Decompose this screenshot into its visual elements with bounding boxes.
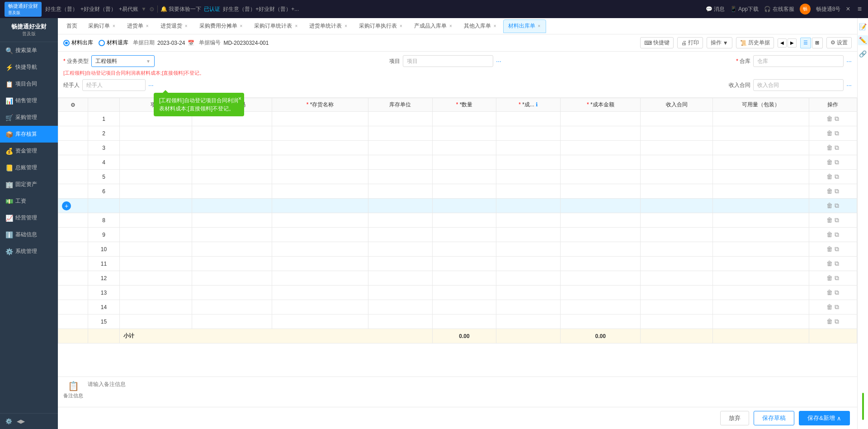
tab-home[interactable]: 首页 [61, 19, 82, 33]
row-qty-1[interactable] [432, 112, 496, 126]
online-service-btn[interactable]: 🎧 在线客服 [764, 5, 794, 13]
row-avail-2[interactable] [712, 126, 809, 141]
tab-close-purchase-stat[interactable]: × [294, 23, 298, 29]
tab-other-inbound[interactable]: 其他入库单 × [459, 19, 502, 33]
window-close-btn[interactable]: × [844, 5, 852, 13]
sidebar-item-operations[interactable]: 📈 经营管理 [0, 210, 58, 226]
message-btn[interactable]: 💬 消息 [706, 5, 725, 13]
sidebar-item-sales[interactable]: 📊 销售管理 [0, 92, 58, 109]
row-name-1[interactable] [272, 112, 368, 126]
row-contract-2[interactable] [641, 126, 713, 141]
tooltip-close-btn[interactable]: × [238, 95, 241, 103]
history-btn[interactable]: 📜 历史单据 [736, 37, 774, 48]
delete-icon-1[interactable]: 🗑 [826, 115, 833, 123]
nav-settings-icon[interactable]: ⚙ [149, 6, 155, 13]
row-cost-2[interactable] [496, 126, 561, 141]
project-input[interactable]: 项目 [403, 55, 493, 67]
prev-btn[interactable]: ◀ [778, 38, 787, 48]
tab-close-inbound-stat[interactable]: × [344, 23, 348, 29]
calendar-icon[interactable]: 📅 [188, 40, 194, 46]
warehouse-input[interactable]: 仓库 [753, 55, 844, 67]
business-type-input[interactable]: 工程领料 ▼ [91, 55, 155, 67]
warehouse-search-icon[interactable]: ··· [846, 57, 852, 65]
list-view-btn[interactable]: ☰ [800, 38, 811, 48]
next-btn[interactable]: ▶ [788, 38, 797, 48]
sidebar-item-fixed-assets[interactable]: 🏢 固定资产 [0, 176, 58, 193]
tab-inbound-stat[interactable]: 进货单统计表 × [304, 19, 353, 33]
avatar[interactable]: 畅 [800, 4, 811, 14]
shortcut-key-btn[interactable]: ⌨ 快捷键 [640, 37, 674, 48]
save-draft-btn[interactable]: 保存草稿 [754, 411, 794, 425]
sidebar-item-search[interactable]: 🔍 搜索菜单 [0, 42, 58, 59]
add-row-btn[interactable]: + [62, 201, 71, 210]
tab-purchase-stat[interactable]: 采购订单统计表 × [249, 19, 303, 33]
sidebar-item-funds[interactable]: 💰 资金管理 [0, 143, 58, 159]
sidebar-collapse-btn[interactable]: ◀▶ [17, 418, 25, 424]
date-value[interactable]: 2023-03-24 [157, 40, 185, 46]
tab-close-inbound[interactable]: × [145, 23, 150, 29]
more-links[interactable]: 好生意（普）+好业财（普）+... [223, 5, 299, 13]
row-unit-2[interactable] [368, 126, 432, 141]
discard-btn[interactable]: 放弃 [720, 411, 749, 425]
tab-close-material-outbound[interactable]: × [537, 23, 542, 29]
tab-finished-goods[interactable]: 产成品入库单 × [409, 19, 458, 33]
nav-link-good-biz[interactable]: 好生意（普） [45, 5, 78, 13]
settings-btn[interactable]: ⚙ 设置 [826, 37, 852, 48]
row-name-2[interactable] [272, 126, 368, 141]
app-download-btn[interactable]: 📱 App下载 [730, 5, 759, 13]
sidebar-item-quick-nav[interactable]: ⚡ 快捷导航 [0, 59, 58, 76]
radio-material-out[interactable]: 材料出库 [63, 39, 93, 47]
sidebar-item-inventory[interactable]: 📦 库存核算 [0, 126, 58, 143]
print-btn[interactable]: 🖨 打印 [677, 37, 703, 48]
tab-purchase-order[interactable]: 采购订单 × [83, 19, 121, 33]
row-code-2[interactable] [192, 126, 272, 141]
tab-close-purchase-execution[interactable]: × [399, 23, 403, 29]
sidebar-item-general-ledger[interactable]: 📒 总账管理 [0, 159, 58, 176]
agent-search-icon[interactable]: ··· [148, 81, 154, 89]
notes-input[interactable] [88, 381, 852, 403]
tab-close-finished-goods[interactable]: × [448, 23, 453, 29]
right-attach-icon[interactable]: ✏️ [858, 35, 868, 45]
window-menu-btn[interactable]: ≡ [856, 5, 863, 13]
copy-icon-4[interactable]: ⧉ [835, 158, 839, 166]
col-settings-header[interactable]: ⚙ [58, 98, 88, 112]
copy-icon-2[interactable]: ⧉ [835, 129, 839, 137]
nav-dropdown-btn[interactable]: ▼ [141, 6, 146, 12]
copy-icon-3[interactable]: ⧉ [835, 144, 839, 152]
tab-close-other-inbound[interactable]: × [493, 23, 497, 29]
tab-close-purchase-order[interactable]: × [112, 23, 116, 29]
tab-material-outbound[interactable]: 材料出库单 × [503, 19, 547, 33]
row-unit-1[interactable] [368, 112, 432, 126]
income-contract-search-icon[interactable]: ··· [846, 81, 852, 89]
try-link[interactable]: 🔔 我要体验一下 [160, 5, 201, 13]
row-avail-1[interactable] [712, 112, 809, 126]
row-cost-1[interactable] [496, 112, 561, 126]
row-amount-2[interactable] [561, 126, 641, 141]
sidebar-bottom-settings[interactable]: ⚙️ [5, 418, 12, 424]
nav-link-good-finance[interactable]: +好业财（普） [80, 5, 116, 13]
sidebar-item-basic-info[interactable]: ℹ️ 基础信息 [0, 226, 58, 243]
delete-icon-3[interactable]: 🗑 [826, 144, 833, 152]
project-search-icon[interactable]: ··· [496, 57, 501, 65]
sidebar-item-project-contract[interactable]: 📋 项目合同 [0, 76, 58, 92]
grid-view-btn[interactable]: ⊞ [812, 38, 823, 48]
nav-link-easy-account[interactable]: +易代账 [119, 5, 138, 13]
right-link-icon[interactable]: 🔗 [858, 49, 868, 59]
tab-close-purchase-expense[interactable]: × [239, 23, 244, 29]
tab-purchase-expense[interactable]: 采购费用分摊单 × [194, 19, 249, 33]
row-contract-1[interactable] [641, 112, 713, 126]
tab-close-inbound-return[interactable]: × [184, 23, 189, 29]
right-edit-icon[interactable]: 📝 [858, 22, 868, 32]
copy-icon-1[interactable]: ⧉ [835, 115, 839, 123]
delete-icon-4[interactable]: 🗑 [826, 158, 833, 166]
sidebar-item-purchase[interactable]: 🛒 采购管理 [0, 109, 58, 126]
row-amount-1[interactable] [561, 112, 641, 126]
delete-icon-2[interactable]: 🗑 [826, 129, 833, 137]
cost-info-icon[interactable]: ℹ [536, 101, 538, 108]
tab-inbound[interactable]: 进货单 × [122, 19, 155, 33]
save-new-btn[interactable]: 保存&新增 ∧ [799, 411, 850, 425]
operations-btn[interactable]: 操作 ▼ [707, 37, 732, 48]
sidebar-item-salary[interactable]: 💵 工资 [0, 193, 58, 210]
row-qty-2[interactable] [432, 126, 496, 141]
income-contract-input[interactable]: 收入合同 [753, 79, 844, 91]
